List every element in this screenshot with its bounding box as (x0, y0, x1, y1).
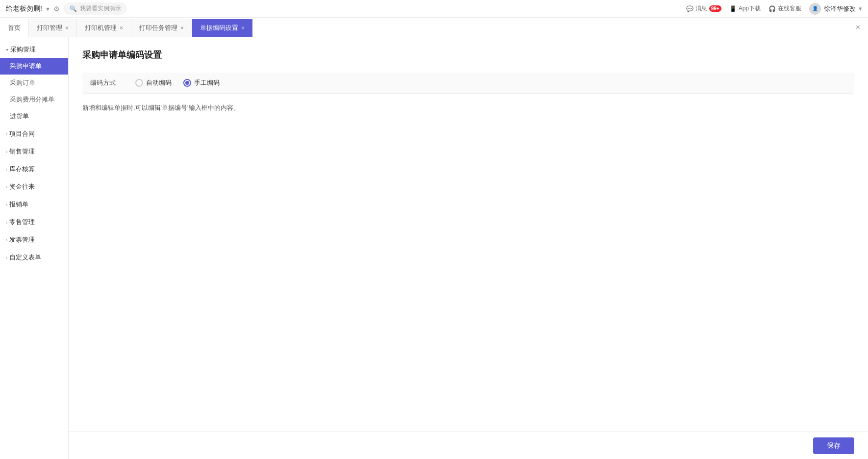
sidebar-group-project-contract-title[interactable]: › 项目合同 (0, 126, 68, 142)
content-main: 采购申请单编码设置 编码方式 自动编码 手工编码 新增和编辑单据时,可以编辑'单… (69, 37, 868, 432)
sidebar-group-invoice-title[interactable]: › 发票管理 (0, 231, 68, 248)
sidebar-item-purchase-expense-label: 采购费用分摊单 (10, 96, 54, 103)
tab-single-code-label: 单据编码设置 (200, 24, 238, 32)
sidebar-group-invoice-label: 发票管理 (9, 235, 35, 244)
radio-manual-code-label: 手工编码 (194, 78, 220, 87)
save-button[interactable]: 保存 (813, 437, 854, 454)
sidebar-group-returns: › 报销单 (0, 196, 68, 213)
sidebar-group-custom-forms-label: 自定义表单 (9, 253, 41, 262)
arrow-right-icon-inventory: › (6, 167, 7, 172)
window-close-btn[interactable]: × (848, 23, 868, 32)
search-placeholder: 我要看实例演示 (80, 4, 121, 13)
tab-home[interactable]: 首页 (0, 19, 29, 37)
top-bar-right: 💬 消息 99+ 📱 App下载 🎧 在线客服 👤 徐泽华修改 ▾ (686, 3, 862, 15)
arrow-right-icon-invoice: › (6, 237, 7, 243)
sidebar-group-capital-label: 资金往来 (9, 182, 35, 191)
sidebar-item-goods-receipt[interactable]: 进货单 (0, 108, 68, 125)
arrow-right-icon-custom: › (6, 255, 7, 260)
arrow-right-icon-retail: › (6, 220, 7, 225)
radio-auto-code-label: 自动编码 (146, 78, 172, 87)
username: 徐泽华修改 (824, 4, 856, 13)
sidebar-item-purchase-request[interactable]: 采购申请单 (0, 58, 68, 75)
sidebar-group-custom-forms: › 自定义表单 (0, 249, 68, 266)
sidebar-item-purchase-request-label: 采购申请单 (10, 62, 42, 70)
message-label: 消息 (695, 4, 707, 13)
sidebar-group-sales-label: 销售管理 (9, 147, 35, 156)
user-area[interactable]: 👤 徐泽华修改 ▾ (809, 3, 862, 15)
sidebar-group-retail-label: 零售管理 (9, 218, 35, 227)
message-icon: 💬 (686, 5, 694, 12)
encoding-label: 编码方式 (90, 78, 120, 87)
radio-manual-code-circle[interactable] (183, 79, 191, 87)
avatar: 👤 (809, 3, 821, 15)
tab-print-task-label: 打印任务管理 (139, 24, 177, 32)
dropdown-icon[interactable]: ▾ (46, 5, 50, 13)
top-bar-left: 给老板勿删! ▾ ⚙ 🔍 我要看实例演示 (6, 2, 127, 15)
sidebar-group-sales: › 销售管理 (0, 143, 68, 160)
arrow-right-icon-returns: › (6, 202, 7, 207)
settings-icon[interactable]: ⚙ (53, 5, 60, 13)
search-icon: 🔍 (70, 5, 77, 12)
sidebar-group-purchase-title[interactable]: ▾ 采购管理 (0, 41, 68, 58)
sidebar-item-purchase-expense[interactable]: 采购费用分摊单 (0, 91, 68, 108)
appdownload-icon: 📱 (729, 5, 737, 12)
tab-printer-mgmt[interactable]: 打印机管理 × (77, 19, 131, 37)
search-bar[interactable]: 🔍 我要看实例演示 (64, 2, 127, 15)
tab-print-task-close[interactable]: × (180, 25, 184, 31)
arrow-down-icon: ▾ (6, 47, 8, 52)
radio-auto-code[interactable]: 自动编码 (135, 78, 172, 87)
page-title: 采购申请单编码设置 (82, 49, 854, 61)
sidebar-group-returns-label: 报销单 (9, 200, 28, 209)
sidebar-group-purchase-label: 采购管理 (10, 45, 36, 54)
sidebar-group-inventory: › 库存核算 (0, 161, 68, 178)
sidebar-item-purchase-order-label: 采购订单 (10, 79, 35, 86)
service-label: 在线客服 (778, 4, 801, 13)
service-icon: 🎧 (769, 5, 776, 12)
sidebar-item-goods-receipt-label: 进货单 (10, 112, 29, 120)
message-badge: 99+ (709, 5, 721, 12)
radio-manual-code[interactable]: 手工编码 (183, 78, 220, 87)
sidebar-group-invoice: › 发票管理 (0, 231, 68, 248)
sidebar-group-purchase: ▾ 采购管理 采购申请单 采购订单 采购费用分摊单 进货单 (0, 41, 68, 125)
encoding-row: 编码方式 自动编码 手工编码 (82, 73, 854, 94)
message-btn[interactable]: 💬 消息 99+ (686, 4, 721, 13)
content-area: 采购申请单编码设置 编码方式 自动编码 手工编码 新增和编辑单据时,可以编辑'单… (69, 37, 868, 459)
content-footer: 保存 (69, 432, 868, 459)
sidebar-group-sales-title[interactable]: › 销售管理 (0, 143, 68, 160)
appdownload-btn[interactable]: 📱 App下载 (729, 4, 761, 13)
arrow-right-icon-project: › (6, 131, 7, 137)
service-btn[interactable]: 🎧 在线客服 (769, 4, 801, 13)
tab-print-mgmt[interactable]: 打印管理 × (29, 19, 77, 37)
radio-auto-code-circle[interactable] (135, 79, 143, 87)
tab-bar: 首页 打印管理 × 打印机管理 × 打印任务管理 × 单据编码设置 × × (0, 18, 868, 37)
main-layout: ▾ 采购管理 采购申请单 采购订单 采购费用分摊单 进货单 › 项目合同 (0, 37, 868, 459)
arrow-right-icon-capital: › (6, 184, 7, 190)
top-bar: 给老板勿删! ▾ ⚙ 🔍 我要看实例演示 💬 消息 99+ 📱 App下载 🎧 … (0, 0, 868, 18)
tab-printer-mgmt-label: 打印机管理 (85, 24, 117, 32)
radio-group: 自动编码 手工编码 (135, 78, 220, 87)
hint-text: 新增和编辑单据时,可以编辑'单据编号'输入框中的内容。 (82, 103, 854, 112)
tab-single-code[interactable]: 单据编码设置 × (192, 19, 253, 37)
sidebar-group-project-contract: › 项目合同 (0, 126, 68, 142)
user-dropdown-icon: ▾ (859, 5, 862, 12)
sidebar-group-retail-title[interactable]: › 零售管理 (0, 214, 68, 230)
sidebar-group-project-contract-label: 项目合同 (9, 129, 35, 138)
tab-printer-mgmt-close[interactable]: × (120, 25, 123, 31)
sidebar-group-capital: › 资金往来 (0, 178, 68, 195)
tab-single-code-close[interactable]: × (241, 25, 245, 31)
tab-home-label: 首页 (8, 24, 21, 32)
tab-print-mgmt-label: 打印管理 (37, 24, 62, 32)
sidebar-group-custom-forms-title[interactable]: › 自定义表单 (0, 249, 68, 266)
sidebar-group-inventory-title[interactable]: › 库存核算 (0, 161, 68, 178)
appdownload-label: App下载 (739, 4, 761, 13)
sidebar-group-inventory-label: 库存核算 (9, 165, 35, 174)
sidebar-group-capital-title[interactable]: › 资金往来 (0, 178, 68, 195)
sidebar-group-retail: › 零售管理 (0, 214, 68, 230)
arrow-right-icon-sales: › (6, 149, 7, 154)
tab-print-task[interactable]: 打印任务管理 × (131, 19, 192, 37)
sidebar-item-purchase-order[interactable]: 采购订单 (0, 75, 68, 91)
top-bar-title: 给老板勿删! (6, 4, 42, 13)
tab-print-mgmt-close[interactable]: × (65, 25, 69, 31)
sidebar-group-returns-title[interactable]: › 报销单 (0, 196, 68, 213)
sidebar: ▾ 采购管理 采购申请单 采购订单 采购费用分摊单 进货单 › 项目合同 (0, 37, 69, 459)
